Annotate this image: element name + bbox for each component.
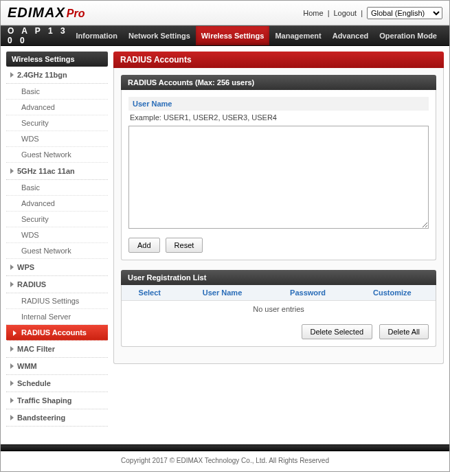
sidebar-sub-basic-5[interactable]: Basic <box>6 180 108 196</box>
reset-button[interactable]: Reset <box>166 238 203 253</box>
home-link[interactable]: Home <box>303 9 323 17</box>
sidebar-sub-wds-5[interactable]: WDS <box>6 227 108 243</box>
header-links: Home | Logout | Global (English) <box>303 7 442 19</box>
sidebar-item-traffic[interactable]: Traffic Shaping <box>6 392 108 409</box>
bottom-bar <box>1 444 449 451</box>
tab-network-settings[interactable]: Network Settings <box>123 26 196 45</box>
brand-suffix: Pro <box>67 8 85 20</box>
main-nav: O A P 1 3 0 0 Information Network Settin… <box>1 25 449 46</box>
sidebar-sub-basic-24[interactable]: Basic <box>6 84 108 100</box>
col-username: User Name <box>178 285 267 301</box>
sidebar-sub-advanced-5[interactable]: Advanced <box>6 196 108 212</box>
logout-link[interactable]: Logout <box>333 9 357 17</box>
tab-information[interactable]: Information <box>70 26 123 45</box>
sidebar-sub-advanced-24[interactable]: Advanced <box>6 100 108 115</box>
main-content: RADIUS Accounts RADIUS Accounts (Max: 25… <box>113 52 444 439</box>
add-button[interactable]: Add <box>128 238 160 253</box>
section-accounts-title: RADIUS Accounts (Max: 256 users) <box>121 75 436 90</box>
sidebar-item-radius[interactable]: RADIUS <box>6 276 108 293</box>
sidebar-sub-radius-settings[interactable]: RADIUS Settings <box>6 293 108 309</box>
sidebar-item-mac-filter[interactable]: MAC Filter <box>6 341 108 358</box>
sidebar-title: Wireless Settings <box>6 52 108 67</box>
registration-table: Select User Name Password Customize No u… <box>122 285 436 317</box>
username-textarea[interactable] <box>128 126 429 229</box>
sidebar-item-bandsteering[interactable]: Bandsteering <box>6 409 108 427</box>
tab-advanced[interactable]: Advanced <box>327 26 374 45</box>
example-text: Example: USER1, USER2, USER3, USER4 <box>128 111 429 126</box>
tab-management[interactable]: Management <box>269 26 326 45</box>
username-label: User Name <box>128 97 429 111</box>
sidebar-sub-security-5[interactable]: Security <box>6 212 108 227</box>
sidebar-sub-radius-accounts[interactable]: RADIUS Accounts <box>6 325 108 341</box>
col-customize: Customize <box>349 285 436 301</box>
sidebar: Wireless Settings 2.4GHz 11bgn Basic Adv… <box>6 52 108 439</box>
sidebar-item-schedule[interactable]: Schedule <box>6 375 108 392</box>
sidebar-sub-wds-24[interactable]: WDS <box>6 131 108 147</box>
col-select: Select <box>122 285 178 301</box>
tab-operation-mode[interactable]: Operation Mode <box>374 26 442 45</box>
tab-wireless-settings[interactable]: Wireless Settings <box>196 26 270 45</box>
brand-logo: EDIMAX Pro <box>8 5 85 21</box>
language-select[interactable]: Global (English) <box>367 7 442 19</box>
sidebar-sub-security-24[interactable]: Security <box>6 115 108 131</box>
sidebar-sub-guest-24[interactable]: Guest Network <box>6 147 108 163</box>
page-title: RADIUS Accounts <box>113 52 444 68</box>
no-entries-row: No user entries <box>122 301 436 318</box>
top-bar: EDIMAX Pro Home | Logout | Global (Engli… <box>1 1 449 25</box>
sidebar-sub-internal-server[interactable]: Internal Server <box>6 309 108 325</box>
sidebar-sub-guest-5[interactable]: Guest Network <box>6 243 108 259</box>
delete-all-button[interactable]: Delete All <box>379 324 429 339</box>
sidebar-item-wps[interactable]: WPS <box>6 259 108 276</box>
section-registration-title: User Registration List <box>121 270 436 285</box>
sidebar-item-wmm[interactable]: WMM <box>6 358 108 375</box>
sidebar-item-24ghz[interactable]: 2.4GHz 11bgn <box>6 67 108 84</box>
sidebar-item-5ghz[interactable]: 5GHz 11ac 11an <box>6 163 108 180</box>
delete-selected-button[interactable]: Delete Selected <box>302 324 373 339</box>
device-model: O A P 1 3 0 0 <box>8 26 70 45</box>
col-password: Password <box>267 285 348 301</box>
footer-text: Copyright 2017 © EDIMAX Technology Co., … <box>1 451 449 471</box>
brand-name: EDIMAX <box>8 5 65 21</box>
